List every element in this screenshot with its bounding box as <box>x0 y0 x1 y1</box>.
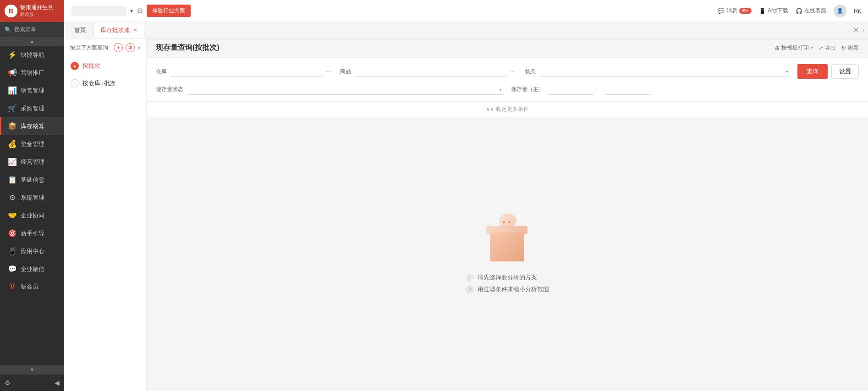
finance-icon: 💰 <box>8 140 17 148</box>
experience-btn[interactable]: 体验行业方案 <box>147 5 191 17</box>
by-batch-label: 按批次 <box>82 62 100 70</box>
main-content: ▾ ⚙ 体验行业方案 💬 消息 99+ 📱 App下载 🎧 在线客服 👤 Rit <box>64 0 868 391</box>
product-more-btn[interactable]: ··· <box>507 68 517 75</box>
sidebar-item-label: 基础信息 <box>21 176 44 184</box>
sidebar-search[interactable]: 🔍 搜索菜单 <box>0 22 64 37</box>
product-label: 商品 <box>340 68 351 76</box>
inventory-icon: 📦 <box>8 122 17 130</box>
step-2-text: 用过滤条件来缩小分析范围 <box>478 285 549 293</box>
sidebar-item-guide[interactable]: 🎯 新手引导 <box>0 224 64 242</box>
box-body <box>490 232 524 261</box>
refresh-btn[interactable]: ↻ 刷新 <box>841 44 859 52</box>
warehouse-input[interactable] <box>170 66 323 77</box>
filter-settings-scheme-btn[interactable]: ⚙ <box>126 43 135 52</box>
panel-close-arrow[interactable]: › <box>863 27 864 33</box>
box-eye-right <box>508 221 511 223</box>
by-warehouse-batch-icon: ○ <box>71 79 79 87</box>
sidebar-item-label: 资金管理 <box>21 140 44 148</box>
print-btn[interactable]: 🖨 按模板打印 ▾ <box>774 44 813 52</box>
sidebar-item-inventory[interactable]: 📦 库存核算 <box>0 117 64 135</box>
sidebar-item-finance[interactable]: 💰 资金管理 <box>0 135 64 153</box>
status-field: 状态 ▾ <box>525 66 790 77</box>
filter-collapse-btn[interactable]: « <box>137 44 141 51</box>
stock-status-select[interactable] <box>187 84 504 95</box>
status-select[interactable] <box>539 66 790 77</box>
user-avatar[interactable]: 👤 <box>834 5 846 17</box>
tab-close-btn[interactable]: ✕ <box>133 27 137 33</box>
filter-panel-title: 按以下方案查询 <box>70 44 108 52</box>
sidebar-nav: ⚡ 快捷导航 📢 营销推广 📊 销售管理 🛒 采购管理 📦 库存核算 💰 资金管… <box>0 46 64 365</box>
sidebar-item-basic[interactable]: 📋 基础信息 <box>0 171 64 189</box>
scroll-down-btn[interactable]: ▼ <box>0 365 64 374</box>
scroll-up-btn[interactable]: ▲ <box>0 37 64 46</box>
sales-icon: 📊 <box>8 86 17 95</box>
print-dropdown-icon[interactable]: ▾ <box>811 45 813 50</box>
page-body: 按以下方案查询 + ⚙ « ● 按批次 ○ 按仓库+批次 现存量查询(按批次) <box>64 38 868 391</box>
stock-amount-label: 现存量（主） <box>511 86 544 93</box>
sidebar-item-label: 畅会员 <box>21 282 38 291</box>
wechat-icon: 💬 <box>8 265 17 273</box>
phone-icon: 📱 <box>759 8 766 14</box>
export-btn[interactable]: ↗ 导出 <box>819 44 836 52</box>
tab-inventory-batch[interactable]: 库存批次账 ✕ <box>93 23 144 38</box>
search-icon: 🔍 <box>5 27 11 33</box>
step-2-num: 2 <box>466 285 474 293</box>
box-eye-left <box>503 221 505 223</box>
sidebar-item-sales[interactable]: 📊 销售管理 <box>0 81 64 99</box>
sidebar-item-enterprise[interactable]: 🤝 企业协同 <box>0 206 64 224</box>
stock-amount-to-input[interactable] <box>605 84 651 95</box>
settings-btn[interactable]: 设置 <box>831 64 859 79</box>
print-label: 按模板打印 <box>781 44 809 52</box>
warehouse-more-btn[interactable]: ··· <box>323 68 333 75</box>
username-label: Rit <box>854 8 861 14</box>
sidebar-item-member[interactable]: V 畅会员 <box>0 278 64 295</box>
apps-icon: 📱 <box>8 247 17 255</box>
settings-footer-btn[interactable]: ⚙ <box>5 379 11 386</box>
operations-icon: 📈 <box>8 157 17 166</box>
status-select-wrapper: ▾ <box>539 66 790 77</box>
sidebar-item-label: 快捷导航 <box>21 51 44 59</box>
topbar-dropdown-btn[interactable]: ▾ <box>130 8 133 14</box>
sidebar-item-label: 经营管理 <box>21 158 44 166</box>
sidebar-item-operations[interactable]: 📈 经营管理 <box>0 153 64 171</box>
empty-step-2: 2 用过滤条件来缩小分析范围 <box>466 285 549 293</box>
search-label: 搜索菜单 <box>14 26 36 33</box>
warehouse-label: 仓库 <box>156 68 167 76</box>
query-header: 现存量查询(按批次) 🖨 按模板打印 ▾ ↗ 导出 ↻ 刷新 <box>147 38 868 58</box>
sidebar-item-quick-nav[interactable]: ⚡ 快捷导航 <box>0 46 64 64</box>
sidebar-item-system[interactable]: ⚙ 系统管理 <box>0 189 64 206</box>
filter-add-btn[interactable]: + <box>114 43 123 52</box>
basic-icon: 📋 <box>8 175 17 184</box>
sidebar-item-label: 新手引导 <box>21 229 44 238</box>
sidebar-item-label: 企业微信 <box>21 265 44 273</box>
stock-amount-dash: — <box>596 86 602 93</box>
filter-panel-header: 按以下方案查询 + ⚙ « <box>64 38 146 57</box>
stock-amount-from-input[interactable] <box>548 84 593 95</box>
tab-inventory-batch-label: 库存批次账 <box>100 26 130 34</box>
print-icon: 🖨 <box>774 45 780 51</box>
messages-btn[interactable]: 💬 消息 99+ <box>718 7 752 15</box>
topbar-right: 💬 消息 99+ 📱 App下载 🎧 在线客服 👤 Rit <box>718 5 861 17</box>
filter-item-by-batch[interactable]: ● 按批次 <box>64 57 146 75</box>
app-download-btn[interactable]: 📱 App下载 <box>759 7 788 15</box>
panel-close-btn[interactable]: ✕ <box>853 26 859 34</box>
sidebar-item-marketing[interactable]: 📢 营销推广 <box>0 64 64 81</box>
empty-steps: 1 请先选择要分析的方案 2 用过滤条件来缩小分析范围 <box>466 273 549 297</box>
topbar-gear-icon[interactable]: ⚙ <box>137 6 143 15</box>
sidebar-item-apps[interactable]: 📱 应用中心 <box>0 242 64 260</box>
app-logo: B <box>5 5 17 17</box>
product-input[interactable] <box>355 66 507 77</box>
export-icon: ↗ <box>819 45 823 51</box>
query-btn[interactable]: 查询 <box>797 64 828 79</box>
tab-home[interactable]: 首页 <box>68 23 93 37</box>
online-service-btn[interactable]: 🎧 在线客服 <box>796 7 826 15</box>
online-service-label: 在线客服 <box>804 7 826 15</box>
status-label: 状态 <box>525 68 536 76</box>
topbar-search-input[interactable] <box>71 6 126 16</box>
collapse-sidebar-btn[interactable]: ◀ <box>55 379 60 386</box>
collapse-more-btn[interactable]: ∧∧ 收起更多条件 <box>147 102 868 117</box>
sidebar-item-purchase[interactable]: 🛒 采购管理 <box>0 99 64 117</box>
filter-panel-actions: + ⚙ « <box>114 43 141 52</box>
filter-item-by-warehouse-batch[interactable]: ○ 按仓库+批次 <box>64 75 146 92</box>
sidebar-item-wechat[interactable]: 💬 企业微信 <box>0 260 64 278</box>
